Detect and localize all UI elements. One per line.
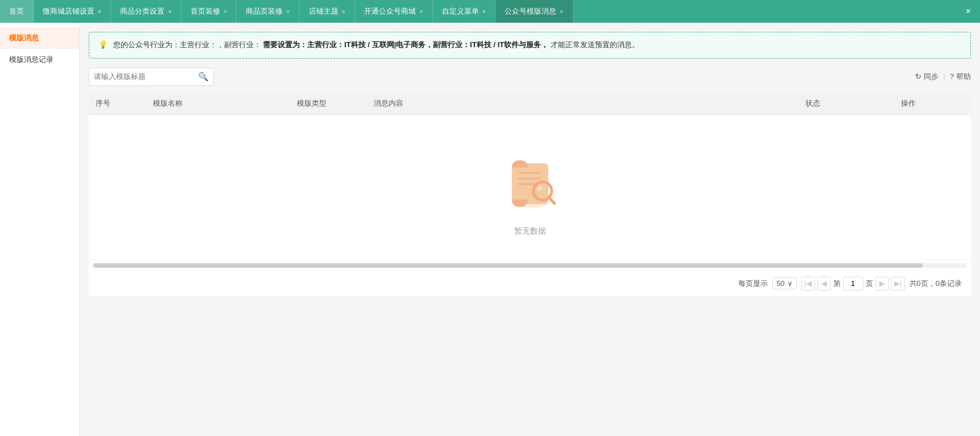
- search-button[interactable]: 🔍: [198, 72, 209, 82]
- main-layout: 模版消息模版消息记录 💡 您的公众号行业为：主营行业：，副营行业： 需要设置为：…: [0, 23, 980, 436]
- notice-highlight: 需要设置为：主营行业：IT科技 / 互联网|电子商务，副营行业：IT科技 / I…: [263, 40, 548, 49]
- total-info: 共0页，0条记录: [909, 279, 962, 289]
- sidebar: 模版消息模版消息记录: [0, 23, 80, 436]
- tab-close-icon[interactable]: ×: [224, 8, 227, 15]
- tab-label: 公众号模版消息: [505, 6, 556, 16]
- tab-close-icon[interactable]: ×: [560, 8, 563, 15]
- help-label: 帮助: [956, 72, 971, 82]
- col-index: 序号: [89, 93, 146, 115]
- prev-page-button[interactable]: ◀: [817, 277, 831, 290]
- page-size-label: 每页显示: [738, 279, 768, 289]
- notice-suffix: 才能正常发送预置的消息。: [551, 40, 639, 49]
- tab-label: 商品分类设置: [120, 6, 164, 16]
- scrollbar-thumb[interactable]: [93, 263, 923, 268]
- tab-product-category[interactable]: 商品分类设置×: [111, 0, 181, 23]
- tab-store-settings[interactable]: 微商城店铺设置×: [34, 0, 111, 23]
- search-input-wrap: 🔍: [89, 68, 214, 86]
- right-actions: ↻ 同步 | ? 帮助: [915, 72, 971, 82]
- empty-text: 暂无数据: [89, 226, 971, 236]
- tab-label: 微商城店铺设置: [43, 6, 94, 16]
- table-body: 暂无数据: [89, 114, 971, 259]
- empty-state: 暂无数据: [89, 115, 971, 259]
- scrollbar-track[interactable]: [93, 263, 966, 268]
- tab-close-icon[interactable]: ×: [342, 8, 345, 15]
- scrollbar-container: [89, 259, 971, 271]
- tab-close-icon[interactable]: ×: [286, 8, 290, 15]
- empty-icon: [496, 149, 564, 217]
- pagination: 每页显示 50 ∨ |◀ ◀ 第 页 ▶ ▶| 共0页，0条记录: [89, 271, 971, 296]
- tab-label: 首页装修: [191, 6, 220, 16]
- tab-custom-menu[interactable]: 自定义菜单×: [433, 0, 495, 23]
- data-table: 序号模版名称模版类型消息内容状态操作: [89, 93, 971, 259]
- tab-close-icon[interactable]: ×: [482, 8, 486, 15]
- tab-label: 自定义菜单: [442, 6, 479, 16]
- notice-prefix: 您的公众号行业为：主营行业：，副营行业：: [113, 40, 261, 49]
- tab-label: 开通公众号商城: [364, 6, 416, 16]
- col-type: 模版类型: [290, 93, 367, 115]
- next-page-button[interactable]: ▶: [875, 277, 889, 290]
- divider: |: [943, 72, 945, 81]
- empty-row: 暂无数据: [89, 114, 971, 259]
- col-action: 操作: [894, 93, 971, 115]
- page-size-value: 50: [776, 279, 784, 288]
- tab-close-icon[interactable]: ×: [419, 8, 423, 15]
- search-input[interactable]: [94, 72, 198, 81]
- tab-open-mall[interactable]: 开通公众号商城×: [355, 0, 432, 23]
- page-number-input[interactable]: [843, 277, 863, 290]
- notice-icon: 💡: [98, 40, 107, 49]
- help-icon: ?: [950, 72, 954, 81]
- page-size-select[interactable]: 50 ∨: [772, 277, 796, 289]
- tab-template-msg[interactable]: 公众号模版消息×: [495, 0, 573, 23]
- col-status: 状态: [799, 93, 895, 115]
- col-content: 消息内容: [367, 93, 799, 115]
- sidebar-item-template-record[interactable]: 模版消息记录: [0, 49, 79, 70]
- page-nav: |◀ ◀ 第 页 ▶ ▶|: [801, 277, 905, 290]
- page-size-chevron: ∨: [787, 279, 793, 288]
- notice-banner: 💡 您的公众号行业为：主营行业：，副营行业： 需要设置为：主营行业：IT科技 /…: [89, 32, 971, 59]
- sync-button[interactable]: ↻ 同步: [915, 72, 938, 82]
- content-area: 💡 您的公众号行业为：主营行业：，副营行业： 需要设置为：主营行业：IT科技 /…: [80, 23, 980, 436]
- help-button[interactable]: ? 帮助: [950, 72, 971, 82]
- page-unit: 页: [866, 279, 873, 289]
- tab-homepage-decor[interactable]: 首页装修×: [181, 0, 237, 23]
- table-head: 序号模版名称模版类型消息内容状态操作: [89, 93, 971, 115]
- sidebar-item-template-msg[interactable]: 模版消息: [0, 27, 79, 49]
- tab-label: 店铺主题: [309, 6, 338, 16]
- table-header-row: 序号模版名称模版类型消息内容状态操作: [89, 93, 971, 115]
- tab-home[interactable]: 首页: [0, 0, 34, 23]
- last-page-button[interactable]: ▶|: [891, 277, 905, 290]
- tab-close-icon[interactable]: ×: [98, 8, 101, 15]
- tab-store-theme[interactable]: 店铺主题×: [300, 0, 355, 23]
- svg-line-6: [549, 197, 555, 204]
- table-wrapper: 序号模版名称模版类型消息内容状态操作: [89, 93, 971, 296]
- tab-label: 商品页装修: [246, 6, 283, 16]
- first-page-button[interactable]: |◀: [801, 277, 815, 290]
- global-close-button[interactable]: ×: [957, 6, 980, 16]
- page-label: 第: [833, 279, 841, 289]
- tab-close-icon[interactable]: ×: [168, 8, 171, 15]
- tab-label: 首页: [9, 6, 24, 16]
- search-bar: 🔍 ↻ 同步 | ? 帮助: [89, 68, 971, 86]
- sync-label: 同步: [924, 72, 938, 82]
- svg-point-7: [537, 186, 542, 190]
- col-name: 模版名称: [146, 93, 290, 115]
- tab-product-decor[interactable]: 商品页装修×: [237, 0, 299, 23]
- sync-icon: ↻: [915, 72, 921, 81]
- top-nav: 首页微商城店铺设置×商品分类设置×首页装修×商品页装修×店铺主题×开通公众号商城…: [0, 0, 980, 23]
